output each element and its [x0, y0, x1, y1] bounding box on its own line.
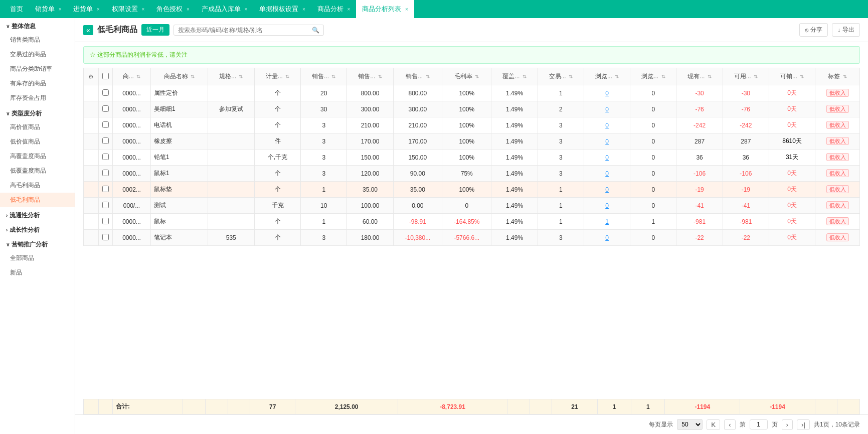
col-name[interactable]: 商品名称 ⇅ [150, 68, 208, 85]
views1-cell[interactable]: 0 [584, 198, 630, 214]
sidebar-group-growth[interactable]: › 成长性分析 [0, 222, 75, 236]
row-checkbox[interactable] [102, 234, 109, 240]
row-checkbox[interactable] [102, 202, 109, 208]
sidebar-group-type-analysis[interactable]: ∨ 类型度分析 [0, 105, 75, 120]
row-checkbox[interactable] [102, 89, 109, 96]
col-current-stock[interactable]: 现有... ⇅ [676, 68, 723, 85]
sidebar-group-overall[interactable]: ∨ 整体信息 [0, 18, 75, 33]
page-size-select[interactable]: 50 100 200 [677, 419, 703, 430]
close-icon[interactable]: × [245, 7, 248, 12]
sidebar-item-new-goods[interactable]: 新品 [0, 265, 75, 280]
search-icon[interactable]: 🔍 [312, 27, 319, 34]
sidebar-group-liquidity[interactable]: › 流通性分析 [0, 207, 75, 222]
sidebar-item-category-rate[interactable]: 商品分类助销率 [0, 62, 75, 76]
sidebar-item-traded-goods[interactable]: 交易过的商品 [0, 47, 75, 62]
sidebar-item-high-coverage[interactable]: 高覆盖度商品 [0, 149, 75, 164]
views1-cell[interactable]: 0 [584, 230, 630, 246]
sidebar-item-low-margin[interactable]: 低毛利商品 [0, 193, 75, 207]
row-checkbox[interactable] [102, 154, 109, 160]
close-icon[interactable]: × [97, 7, 100, 12]
checkbox-cell[interactable] [99, 133, 113, 150]
views1-cell[interactable]: 0 [584, 117, 630, 133]
prev-page-button[interactable]: ‹ [724, 419, 735, 430]
settings-col-header[interactable]: ⚙ [84, 68, 99, 85]
nav-permissions[interactable]: 权限设置 × [106, 0, 150, 18]
sidebar-item-high-margin[interactable]: 高毛利商品 [0, 178, 75, 193]
close-icon[interactable]: × [142, 7, 145, 12]
nav-home[interactable]: 首页 [4, 0, 29, 18]
sidebar-item-stock-capital[interactable]: 库存资金占用 [0, 91, 75, 105]
col-sales-amount[interactable]: 销售... ⇅ [347, 68, 393, 85]
nav-sales-order[interactable]: 销货单 × [29, 0, 67, 18]
col-spec[interactable]: 规格... ⇅ [208, 68, 254, 85]
row-checkbox[interactable] [102, 121, 109, 128]
tag-cell: 低收入 [815, 85, 860, 101]
nav-product-analysis[interactable]: 商品分析 × [311, 0, 356, 18]
views1-cell[interactable]: 0 [584, 101, 630, 117]
nav-purchase-order[interactable]: 进货单 × [67, 0, 105, 18]
checkbox-cell[interactable] [99, 230, 113, 246]
views1-cell[interactable]: 0 [584, 150, 630, 166]
sidebar-item-low-value[interactable]: 低价值商品 [0, 134, 75, 149]
views1-cell[interactable]: 0 [584, 182, 630, 198]
col-sales-profit[interactable]: 销售... ⇅ [393, 68, 442, 85]
sidebar-item-sales-goods[interactable]: 销售类商品 [0, 33, 75, 47]
summary-tag-empty [837, 399, 860, 414]
col-margin[interactable]: 毛利率 ⇅ [442, 68, 491, 85]
nav-template-settings[interactable]: 单据模板设置 × [253, 0, 311, 18]
close-icon[interactable]: × [302, 7, 305, 12]
views1-cell[interactable]: 1 [584, 214, 630, 230]
margin-cell: 75% [442, 166, 491, 182]
checkbox-cell[interactable] [99, 117, 113, 133]
share-button[interactable]: ⎋ 分享 [799, 23, 828, 37]
row-checkbox[interactable] [102, 137, 109, 144]
sidebar-item-high-value[interactable]: 高价值商品 [0, 120, 75, 134]
last-page-button[interactable]: ›| [797, 419, 810, 430]
checkbox-cell[interactable] [99, 150, 113, 166]
time-filter-button[interactable]: 近一月 [141, 24, 169, 36]
checkbox-cell[interactable] [99, 166, 113, 182]
views1-cell[interactable]: 0 [584, 133, 630, 150]
col-code[interactable]: 商... ⇅ [113, 68, 151, 85]
close-icon[interactable]: × [347, 7, 350, 12]
sidebar-item-low-coverage[interactable]: 低覆盖度商品 [0, 164, 75, 178]
col-available[interactable]: 可用... ⇅ [723, 68, 769, 85]
col-trade[interactable]: 交易... ⇅ [538, 68, 584, 85]
sales-qty-cell: 20 [301, 85, 347, 101]
nav-product-entry[interactable]: 产成品入库单 × [196, 0, 253, 18]
export-button[interactable]: ↓ 导出 [832, 23, 860, 37]
col-tag[interactable]: 标签 ⇅ [815, 68, 860, 85]
search-input[interactable] [178, 27, 312, 34]
sidebar-item-stock-goods[interactable]: 有库存的商品 [0, 76, 75, 91]
col-coverage[interactable]: 覆盖... ⇅ [491, 68, 538, 85]
close-icon[interactable]: × [405, 7, 408, 12]
views1-cell[interactable]: 0 [584, 166, 630, 182]
close-icon[interactable]: × [187, 7, 190, 12]
col-sales-qty[interactable]: 销售... ⇅ [301, 68, 347, 85]
row-checkbox[interactable] [102, 170, 109, 176]
checkbox-col-header[interactable] [99, 68, 113, 85]
row-checkbox[interactable] [102, 218, 109, 224]
nav-role-auth[interactable]: 角色授权 × [150, 0, 195, 18]
nav-product-analysis-list[interactable]: 商品分析列表 × [356, 0, 414, 18]
page-number-input[interactable] [750, 419, 768, 429]
sidebar-item-all-goods[interactable]: 全部商品 [0, 251, 75, 265]
col-views2[interactable]: 浏览... ⇅ [630, 68, 676, 85]
select-all-checkbox[interactable] [102, 73, 109, 79]
checkbox-cell[interactable] [99, 85, 113, 101]
col-unit[interactable]: 计量... ⇅ [254, 68, 300, 85]
checkbox-cell[interactable] [99, 198, 113, 214]
checkbox-cell[interactable] [99, 182, 113, 198]
col-views1[interactable]: 浏览... ⇅ [584, 68, 630, 85]
checkbox-cell[interactable] [99, 214, 113, 230]
close-icon[interactable]: × [59, 7, 62, 12]
first-page-button[interactable]: K [707, 419, 720, 430]
row-checkbox[interactable] [102, 186, 109, 192]
collapse-sidebar-button[interactable]: « [83, 25, 93, 35]
checkbox-cell[interactable] [99, 101, 113, 117]
sidebar-group-marketing[interactable]: ∨ 营销推广分析 [0, 236, 75, 251]
row-checkbox[interactable] [102, 105, 109, 112]
next-page-button[interactable]: › [782, 419, 793, 430]
col-sellable-days[interactable]: 可销... ⇅ [769, 68, 815, 85]
views1-cell[interactable]: 0 [584, 85, 630, 101]
